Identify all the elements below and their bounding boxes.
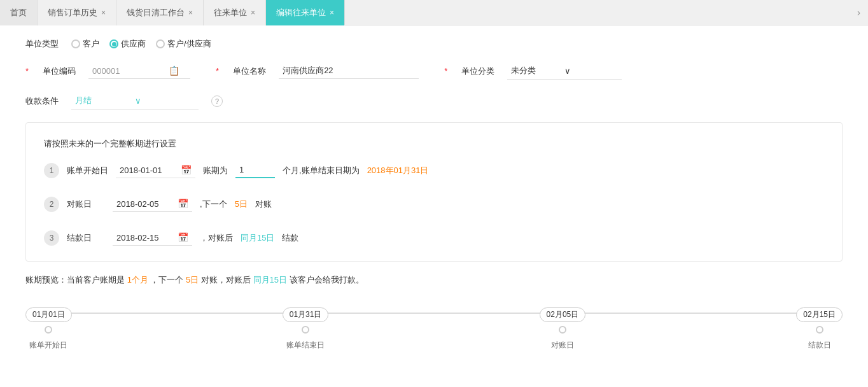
unit-code-input-wrap: 📋: [88, 63, 190, 79]
row2-calendar-icon[interactable]: 📅: [178, 199, 188, 209]
tab-sales-label: 销售订单历史: [48, 7, 97, 18]
row1-period-input[interactable]: [239, 165, 271, 174]
radio-customer-circle: [71, 39, 80, 48]
timeline: 01月01日 账单开始日 01月31日 账单结束日 02月05日 对账日 02月…: [25, 301, 843, 370]
tab-cash-reconciliation[interactable]: 钱货日清工作台 ×: [116, 0, 204, 25]
payment-terms-select[interactable]: 月结 ∨: [71, 92, 199, 109]
radio-both-circle: [156, 39, 165, 48]
preview-mid2: 对账，对账后: [201, 275, 251, 285]
tab-edit-label: 编辑往来单位: [276, 7, 326, 18]
unit-code-label: 单位编码: [43, 66, 76, 77]
unit-type-row: 单位类型 客户 供应商 客户/供应商: [25, 38, 843, 50]
close-partner-tab[interactable]: ×: [251, 8, 255, 17]
radio-supplier[interactable]: 供应商: [109, 38, 146, 50]
radio-both-label: 客户/供应商: [167, 38, 211, 50]
row2-highlight: 5日: [235, 199, 248, 210]
row2-date-input[interactable]: [116, 199, 174, 209]
radio-supplier-circle: [109, 39, 118, 48]
tab-bar: 首页 销售订单历史 × 钱货日清工作台 × 往来单位 × 编辑往来单位 × ›: [0, 0, 868, 25]
timeline-point-4: 02月15日 结款日: [796, 307, 843, 351]
tl-desc-1: 账单开始日: [29, 340, 67, 351]
name-required: *: [216, 66, 219, 76]
tab-nav-arrow[interactable]: ›: [850, 0, 868, 25]
radio-customer-label: 客户: [83, 38, 99, 50]
row2-suffix-pre: ,下一个: [200, 199, 227, 210]
cat-required: *: [444, 66, 447, 76]
timeline-points: 01月01日 账单开始日 01月31日 账单结束日 02月05日 对账日 02月…: [25, 307, 843, 351]
row3-date-wrap: 📅: [113, 230, 192, 246]
tab-partner-label: 往来单位: [214, 7, 247, 18]
close-edit-tab[interactable]: ×: [330, 8, 334, 17]
main-content: 单位类型 客户 供应商 客户/供应商 * 单位编码 📋 * 单位名称 *: [0, 25, 868, 387]
tab-edit-partner[interactable]: 编辑往来单位 ×: [266, 0, 345, 25]
card-title: 请按照未来的一个完整帐期进行设置: [44, 138, 824, 150]
timeline-point-2: 01月31日 账单结束日: [283, 307, 329, 351]
setting-row-1: 1 账单开始日 📅 账期为 个月,账单结束日期为 2018年01月31日: [44, 162, 824, 178]
payment-dropdown-icon: ∨: [135, 96, 195, 106]
row3-highlight: 同月15日: [241, 232, 274, 244]
close-cash-tab[interactable]: ×: [188, 8, 193, 17]
preview-highlight2: 5日: [186, 275, 199, 285]
radio-both[interactable]: 客户/供应商: [156, 38, 211, 50]
row3-date-input[interactable]: [116, 233, 174, 243]
payment-terms-value: 月结: [75, 95, 135, 106]
settings-card: 请按照未来的一个完整帐期进行设置 1 账单开始日 📅 账期为 个月,账单结束日期…: [25, 122, 843, 262]
row2-label: 对账日: [67, 199, 105, 210]
row3-calendar-icon[interactable]: 📅: [178, 232, 188, 243]
tab-cash-label: 钱货日清工作台: [127, 7, 185, 18]
row2-suffix-end: 对账: [255, 199, 272, 210]
row-num-1: 1: [44, 163, 59, 178]
radio-supplier-label: 供应商: [121, 38, 146, 50]
timeline-point-3: 02月05日 对账日: [540, 307, 586, 351]
tl-desc-4: 结款日: [808, 340, 831, 351]
tl-date-1: 01月01日: [25, 307, 72, 322]
row1-suffix-pre: 账期为: [203, 165, 228, 176]
row2-date-wrap: 📅: [113, 196, 192, 212]
payment-terms-label: 收款条件: [25, 95, 59, 107]
tl-dot-3: [559, 326, 566, 334]
row1-num-wrap: [235, 162, 275, 178]
row-num-3: 3: [44, 230, 59, 246]
timeline-point-1: 01月01日 账单开始日: [25, 307, 72, 351]
row3-suffix-pre: ，对账后: [200, 232, 233, 244]
row1-calendar-icon[interactable]: 📅: [181, 165, 192, 175]
tab-partner-units[interactable]: 往来单位 ×: [204, 0, 266, 25]
unit-name-label: 单位名称: [233, 66, 266, 77]
help-icon[interactable]: ?: [211, 95, 223, 107]
tl-dot-1: [45, 326, 52, 334]
tl-desc-3: 对账日: [551, 340, 574, 351]
row1-date-wrap: 📅: [116, 162, 195, 178]
category-dropdown-icon: ∨: [564, 66, 618, 76]
row1-label: 账单开始日: [67, 165, 108, 176]
tl-date-3: 02月05日: [540, 307, 586, 322]
row3-label: 结款日: [67, 232, 105, 244]
row-num-2: 2: [44, 197, 59, 212]
radio-customer[interactable]: 客户: [71, 38, 99, 50]
preview-highlight1: 1个月: [127, 275, 148, 285]
copy-icon[interactable]: 📋: [169, 66, 179, 76]
unit-code-input[interactable]: [92, 66, 169, 76]
tl-date-4: 02月15日: [796, 307, 843, 322]
code-required: *: [25, 66, 29, 76]
close-sales-tab[interactable]: ×: [101, 8, 106, 17]
unit-type-radio-group: 客户 供应商 客户/供应商: [71, 38, 211, 50]
tab-home[interactable]: 首页: [0, 0, 38, 25]
row1-end-date: 2018年01月31日: [367, 165, 429, 176]
tab-sales-order-history[interactable]: 销售订单历史 ×: [38, 0, 116, 25]
setting-row-2: 2 对账日 📅 ,下一个 5日 对账: [44, 196, 824, 212]
tl-date-2: 01月31日: [283, 307, 329, 322]
preview-pre: 账期预览：当前客户账期是: [25, 275, 125, 285]
row1-suffix-mid: 个月,账单结束日期为: [283, 165, 360, 176]
unit-name-input[interactable]: [279, 64, 419, 79]
tl-dot-4: [816, 326, 823, 334]
tl-desc-2: 账单结束日: [286, 340, 325, 351]
unit-category-label: 单位分类: [461, 66, 494, 77]
setting-row-3: 3 结款日 📅 ，对账后 同月15日 结款: [44, 230, 824, 246]
preview-mid1: ，下一个: [150, 275, 183, 285]
row1-date-input[interactable]: [120, 165, 177, 175]
unit-category-select[interactable]: 未分类 ∨: [507, 62, 622, 80]
unit-type-label: 单位类型: [25, 38, 59, 50]
preview-end: 该客户会给我打款。: [290, 275, 364, 285]
unit-info-row: * 单位编码 📋 * 单位名称 * 单位分类 未分类 ∨: [25, 62, 843, 80]
payment-terms-row: 收款条件 月结 ∨ ?: [25, 92, 843, 109]
